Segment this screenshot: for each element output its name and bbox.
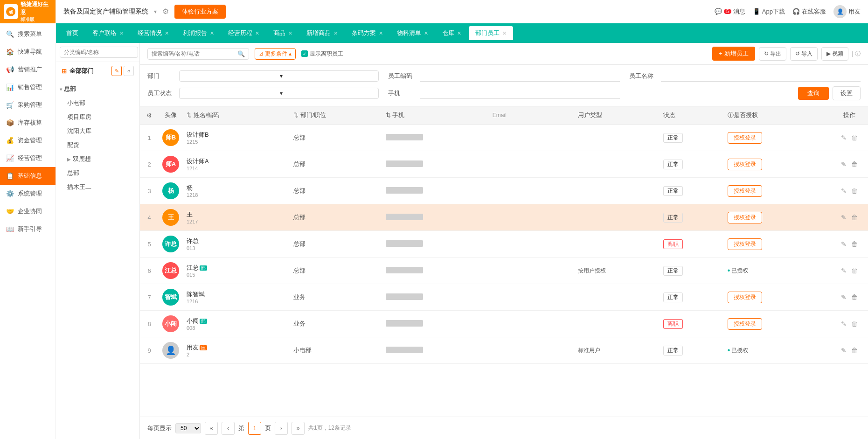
edit-button[interactable]: ✎ [841, 187, 847, 195]
dept-zongbu2[interactable]: 总部 [56, 166, 139, 180]
add-employee-button[interactable]: + 新增员工 [712, 47, 755, 61]
delete-button[interactable]: 🗑 [851, 347, 858, 354]
dept-xiangmu[interactable]: 项目库房 [56, 110, 139, 124]
col-name-header[interactable]: ⇅ 姓名/编码 [183, 106, 290, 125]
trial-button[interactable]: 体验行业方案 [174, 5, 226, 19]
edit-button[interactable]: ✎ [841, 160, 847, 168]
edit-button[interactable]: ✎ [841, 347, 847, 354]
close-icon[interactable]: ✕ [424, 30, 428, 36]
tab-addgoods[interactable]: 新增商品 ✕ [300, 26, 344, 40]
delete-button[interactable]: 🗑 [851, 240, 858, 248]
dept-peihuo[interactable]: 配货 [56, 138, 139, 152]
per-page-select[interactable]: 50 20 100 [175, 423, 201, 433]
view-button[interactable]: ▶ 视频 [821, 47, 848, 61]
tree-collapse-btn[interactable]: « [124, 66, 134, 76]
tab-customer[interactable]: 客户联络 ✕ [86, 26, 130, 40]
tree-search-input[interactable] [60, 47, 138, 58]
query-button[interactable]: 查询 [798, 87, 829, 100]
edit-button[interactable]: ✎ [841, 320, 847, 328]
sidebar-item-finance[interactable]: 💰 资金管理 [0, 132, 56, 149]
edit-button[interactable]: ✎ [841, 293, 847, 301]
help-icon[interactable]: | ⓘ [852, 50, 861, 58]
search-icon[interactable]: 🔍 [237, 50, 245, 57]
import-button[interactable]: ↺ 导入 [790, 47, 818, 61]
dept-filter-select[interactable]: ▾ [179, 70, 379, 82]
close-icon[interactable]: ✕ [502, 30, 507, 36]
export-button[interactable]: ↻ 导出 [759, 47, 786, 61]
more-filter-btn[interactable]: ⊿ 更多条件 ▴ [255, 48, 296, 60]
col-phone-header[interactable]: ⇅ 手机 [382, 106, 489, 125]
edit-button[interactable]: ✎ [841, 267, 847, 274]
col-settings[interactable]: ⚙ [140, 106, 159, 125]
edit-button[interactable]: ✎ [841, 214, 847, 221]
show-resigned-checkbox[interactable]: ✓ 显示离职员工 [301, 50, 343, 58]
empname-filter-input[interactable] [661, 71, 861, 82]
first-page-btn[interactable]: « [205, 422, 218, 435]
close-icon[interactable]: ✕ [210, 30, 214, 36]
grant-auth-button[interactable]: 授权登录 [728, 159, 762, 170]
dept-shenyang[interactable]: 沈阳大库 [56, 124, 139, 138]
delete-button[interactable]: 🗑 [851, 267, 858, 274]
tab-material[interactable]: 物料清单 ✕ [390, 26, 435, 40]
sidebar-item-purchase[interactable]: 🛒 采购管理 [0, 96, 56, 114]
tab-barcode[interactable]: 条码方案 ✕ [345, 26, 389, 40]
sidebar-item-basic[interactable]: 📋 基础信息 [0, 167, 56, 185]
dept-shuanglu[interactable]: ▶ 双鹿想 [56, 152, 139, 166]
tab-warehouse[interactable]: 仓库 ✕ [436, 26, 468, 40]
close-icon[interactable]: ✕ [288, 30, 292, 36]
last-page-btn[interactable]: » [292, 422, 305, 435]
delete-button[interactable]: 🗑 [851, 320, 858, 328]
online-support[interactable]: 🎧 在线客服 [792, 7, 826, 16]
tab-goods[interactable]: 商品 ✕ [267, 26, 299, 40]
next-page-btn[interactable]: › [275, 422, 288, 435]
close-icon[interactable]: ✕ [379, 30, 383, 36]
sidebar-item-system[interactable]: ⚙️ 系统管理 [0, 185, 56, 202]
tab-process[interactable]: 经营历程 ✕ [222, 26, 266, 40]
prev-page-btn[interactable]: ‹ [222, 422, 235, 435]
tab-operations[interactable]: 经营情况 ✕ [131, 26, 175, 40]
delete-button[interactable]: 🗑 [851, 160, 858, 168]
phone-filter-input[interactable] [420, 88, 619, 99]
dept-miaomu[interactable]: 描木王二 [56, 180, 139, 194]
empstatus-filter-select[interactable]: ▾ [179, 88, 379, 99]
sidebar-item-collab[interactable]: 🤝 企业协同 [0, 202, 56, 220]
sidebar-item-marketing[interactable]: 📢 营销推广 [0, 61, 56, 78]
delete-button[interactable]: 🗑 [851, 187, 858, 195]
grant-auth-button[interactable]: 授权登录 [728, 292, 762, 303]
empcode-filter-input[interactable] [420, 71, 619, 82]
edit-button[interactable]: ✎ [841, 134, 847, 141]
delete-button[interactable]: 🗑 [851, 214, 858, 221]
col-dept-header[interactable]: ⇅ 部门/职位 [290, 106, 382, 125]
close-icon[interactable]: ✕ [119, 30, 124, 36]
grant-auth-button[interactable]: 授权登录 [728, 132, 762, 144]
sidebar-item-inventory[interactable]: 📦 库存核算 [0, 114, 56, 132]
sidebar-item-sales[interactable]: 📊 销售管理 [0, 78, 56, 96]
dept-xiaodian[interactable]: 小电部 [56, 96, 139, 110]
close-icon[interactable]: ✕ [165, 30, 169, 36]
tab-staff[interactable]: 部门员工 ✕ [469, 26, 513, 40]
set-button[interactable]: 设置 [833, 86, 861, 100]
sidebar-item-search[interactable]: 🔍 搜索菜单 [0, 25, 56, 43]
user-menu[interactable]: 👤 用友 [833, 5, 861, 18]
grant-auth-button[interactable]: 授权登录 [728, 212, 762, 223]
delete-button[interactable]: 🗑 [851, 293, 858, 301]
tree-edit-btn[interactable]: ✎ [111, 66, 122, 76]
dept-zongbu-parent[interactable]: ▾ 总部 [56, 82, 139, 96]
close-icon[interactable]: ✕ [457, 30, 461, 36]
employee-search-input[interactable] [152, 50, 236, 57]
notification-bell[interactable]: 💬 5 消息 [715, 7, 745, 16]
edit-button[interactable]: ✎ [841, 240, 847, 248]
sidebar-item-quicknav[interactable]: 🏠 快速导航 [0, 43, 56, 61]
sidebar-item-guide[interactable]: 📖 新手引导 [0, 220, 56, 238]
current-page[interactable]: 1 [248, 422, 261, 435]
app-download[interactable]: 📱 App下载 [753, 7, 785, 16]
gear-icon[interactable]: ⚙ [162, 7, 169, 16]
grant-auth-button[interactable]: 授权登录 [728, 238, 762, 250]
delete-button[interactable]: 🗑 [851, 134, 858, 141]
grant-auth-button[interactable]: 授权登录 [728, 185, 762, 197]
close-icon[interactable]: ✕ [255, 30, 259, 36]
tab-profit[interactable]: 利润报告 ✕ [176, 26, 221, 40]
tab-home[interactable]: 首页 [60, 26, 85, 40]
sidebar-item-operations[interactable]: 📈 经营管理 [0, 149, 56, 167]
close-icon[interactable]: ✕ [333, 30, 338, 36]
